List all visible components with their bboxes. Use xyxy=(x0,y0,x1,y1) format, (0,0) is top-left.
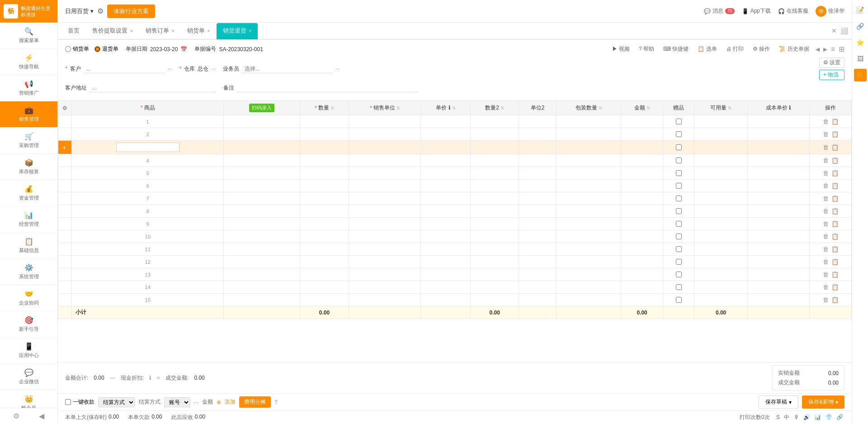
warehouse-more-icon[interactable]: ··· xyxy=(211,66,216,72)
taskbar-icon-1[interactable]: S xyxy=(776,414,780,420)
row-8-sale-unit[interactable] xyxy=(349,205,421,218)
row-5-sale-unit[interactable] xyxy=(349,167,421,180)
row-14-unit-price[interactable] xyxy=(421,281,471,294)
row-5-qty[interactable] xyxy=(300,167,349,180)
row-6-copy-icon[interactable]: 📋 xyxy=(831,182,839,189)
row-8-qty2[interactable] xyxy=(471,205,519,218)
row-15-unit2[interactable] xyxy=(519,294,556,306)
radio-sale[interactable]: 销货单 xyxy=(65,45,89,53)
trial-button[interactable]: 体验行业方案 xyxy=(107,5,155,18)
row-11-copy-icon[interactable]: 📋 xyxy=(831,246,839,252)
row-9-cost-price[interactable] xyxy=(747,218,809,230)
row-4-cost-price[interactable] xyxy=(747,154,809,167)
row-15-pack-qty[interactable] xyxy=(557,294,621,306)
taskbar-icon-5[interactable]: 📊 xyxy=(814,414,821,420)
row-10-unit-price[interactable] xyxy=(421,230,471,243)
right-panel-link[interactable]: 🔗 xyxy=(854,20,867,33)
row-2-cost-price[interactable] xyxy=(747,128,809,141)
sidebar-item-quick[interactable]: ⚡ 快捷导航 xyxy=(0,49,57,75)
row-11-unit2[interactable] xyxy=(519,243,556,256)
tab-sale-price[interactable]: 售价提取设置 × xyxy=(86,23,139,39)
right-panel-star[interactable]: ⭐ xyxy=(854,36,867,49)
row-10-available[interactable] xyxy=(694,230,748,243)
row-9-delete-icon[interactable]: 🗑 xyxy=(823,220,829,227)
row-15-delete-icon[interactable]: 🗑 xyxy=(823,296,829,303)
row-12-unit-price[interactable] xyxy=(421,256,471,268)
row-5-goods[interactable]: 5 xyxy=(72,167,224,180)
taskbar-icon-6[interactable]: 👕 xyxy=(826,414,832,420)
right-panel-note[interactable]: 📝 xyxy=(854,4,867,16)
row-9-copy-icon[interactable]: 📋 xyxy=(831,220,839,227)
row-7-cost-price[interactable] xyxy=(747,192,809,205)
row-15-cost-price[interactable] xyxy=(747,294,809,306)
app-download-item[interactable]: 📱 App下载 xyxy=(742,7,771,15)
row-3-unit-price[interactable] xyxy=(421,141,471,154)
row-2-goods[interactable]: 2 xyxy=(72,128,224,141)
row-12-cost-price[interactable] xyxy=(747,256,809,268)
sidebar-item-system[interactable]: ⚙️ 系统管理 xyxy=(0,259,57,285)
sidebar-item-basic[interactable]: 📋 基础信息 xyxy=(0,233,57,259)
sidebar-collapse-icon[interactable]: ◀ xyxy=(39,412,44,420)
sidebar-item-inventory[interactable]: 📦 库存核算 xyxy=(0,154,57,180)
row-11-qty[interactable] xyxy=(300,243,349,256)
taskbar-icon-4[interactable]: 🔊 xyxy=(803,414,810,420)
tab-sale-order[interactable]: 销售订单 × xyxy=(139,23,181,39)
row-8-gift-checkbox[interactable] xyxy=(676,208,682,214)
row-8-unit-price[interactable] xyxy=(421,205,471,218)
row-10-pack-qty[interactable] xyxy=(557,230,621,243)
sidebar-item-finance[interactable]: 💰 资金管理 xyxy=(0,180,57,206)
save-new-button[interactable]: 保存&新增 ▾ xyxy=(802,395,844,409)
row-13-qty[interactable] xyxy=(300,268,349,281)
row-11-gift-checkbox[interactable] xyxy=(676,246,682,252)
row-2-gift-checkbox[interactable] xyxy=(676,131,682,137)
row-11-goods[interactable]: 11 xyxy=(72,243,224,256)
row-11-unit-price[interactable] xyxy=(421,243,471,256)
row-2-available[interactable] xyxy=(694,128,748,141)
row-12-unit2[interactable] xyxy=(519,256,556,268)
sidebar-settings-icon[interactable]: ⚙ xyxy=(13,412,19,420)
row-1-goods[interactable]: 1 xyxy=(72,115,224,128)
tab-sale-goods[interactable]: 销货单 × xyxy=(181,23,217,39)
row-10-gift-checkbox[interactable] xyxy=(676,233,682,239)
row-11-sale-unit[interactable] xyxy=(349,243,421,256)
row-15-goods[interactable]: 15 xyxy=(72,294,224,306)
toolbar-shortcut[interactable]: ⌨ 快捷键 xyxy=(660,44,691,54)
sidebar-item-wechat[interactable]: 💬 企业微信 xyxy=(0,364,57,390)
row-9-gift-checkbox[interactable] xyxy=(676,221,682,227)
scan-button[interactable]: 扫码录入 xyxy=(249,104,274,112)
row-7-goods[interactable]: 7 xyxy=(72,192,224,205)
row-1-copy-icon[interactable]: 📋 xyxy=(831,118,839,125)
tab-maximize-icon[interactable]: ⬜ xyxy=(840,27,848,34)
row-6-unit-price[interactable] xyxy=(421,180,471,192)
one-click-payment-checkbox[interactable] xyxy=(65,399,71,405)
row-10-goods[interactable]: 10 xyxy=(72,230,224,243)
row-3-pack-qty[interactable] xyxy=(557,141,621,154)
row-15-amount[interactable] xyxy=(621,294,663,306)
sidebar-item-search[interactable]: 🔍 搜索菜单 xyxy=(0,23,57,49)
toolbar-print[interactable]: 🖨 打印 xyxy=(723,44,746,54)
row-8-unit2[interactable] xyxy=(519,205,556,218)
add-payment-icon[interactable]: ⊕ xyxy=(217,399,221,405)
row-4-sale-unit[interactable] xyxy=(349,154,421,167)
row-12-qty[interactable] xyxy=(300,256,349,268)
toolbar-history[interactable]: 📜 历史单据 xyxy=(776,44,811,54)
row-1-unit2[interactable] xyxy=(519,115,556,128)
row-15-gift-checkbox[interactable] xyxy=(676,297,682,303)
row-10-unit2[interactable] xyxy=(519,230,556,243)
row-7-delete-icon[interactable]: 🗑 xyxy=(823,195,829,202)
row-14-amount[interactable] xyxy=(621,281,663,294)
row-1-sale-unit[interactable] xyxy=(349,115,421,128)
row-2-amount[interactable] xyxy=(621,128,663,141)
row-5-gift-checkbox[interactable] xyxy=(676,170,682,176)
row-14-copy-icon[interactable]: 📋 xyxy=(831,284,839,291)
sidebar-item-marketing[interactable]: 📢 营销推广 xyxy=(0,75,57,101)
row-4-qty[interactable] xyxy=(300,154,349,167)
row-1-amount[interactable] xyxy=(621,115,663,128)
row-13-cost-price[interactable] xyxy=(747,268,809,281)
row-14-cost-price[interactable] xyxy=(747,281,809,294)
sidebar-item-enterprise[interactable]: 🤝 企业协同 xyxy=(0,285,57,311)
row-10-qty2[interactable] xyxy=(471,230,519,243)
settlement-method-select[interactable]: 结算方式 xyxy=(98,397,135,407)
row-11-cost-price[interactable] xyxy=(747,243,809,256)
toolbar-video[interactable]: ▶ 视频 xyxy=(609,44,632,54)
